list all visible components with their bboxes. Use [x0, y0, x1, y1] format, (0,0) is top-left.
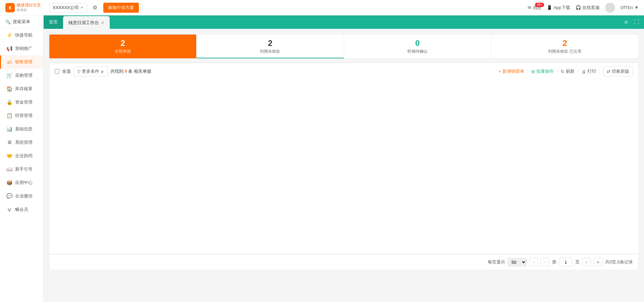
tab-cashflow-label: 钱货日清工作台	[68, 20, 99, 26]
print-label: 打印	[587, 68, 596, 74]
toolbar-left: 全选 ▽ 更多条件 ∨ 共找到 0 条 相关单据	[55, 66, 151, 76]
trial-button[interactable]: 体验行业方案	[103, 3, 139, 13]
tab-bar-actions: ✕ ⛶	[621, 17, 644, 27]
sidebar-icon-guide: 📖	[6, 166, 12, 172]
batch-icon: ⊞	[531, 69, 535, 74]
settings-icon[interactable]: ⚙	[90, 3, 100, 13]
sidebar-icon-inventory: 🏠	[6, 86, 12, 92]
stat-label-all: 全部单据	[55, 49, 191, 54]
filter-label: 更多条件	[82, 68, 99, 74]
brand-name: 畅捷通好生意	[17, 3, 41, 8]
stats-tabs: 2 全部单据 2 到期未收款 0 旺铺待确认 2 到期未收款 已出库	[49, 34, 639, 59]
empty-state	[49, 80, 638, 241]
refresh-icon: ↻	[561, 69, 565, 74]
sidebar-label-operations: 经营管理	[15, 113, 33, 119]
add-icon: +	[498, 69, 501, 74]
sidebar-label-basic-info: 基础信息	[15, 126, 33, 132]
sidebar-item-operations[interactable]: 📋 经营管理	[0, 109, 43, 122]
tab-cashflow[interactable]: 钱货日清工作台 ✕	[63, 16, 110, 29]
sidebar-label-guide: 新手引导	[15, 166, 33, 172]
print-icon: 🖨	[582, 69, 586, 74]
search-icon: 🔍	[5, 19, 11, 24]
sidebar-item-inventory[interactable]: 🏠 库存核算	[0, 82, 43, 96]
sidebar: 🔍 搜索菜单 ⚡ 快捷导航 📢 营销推广 🏷 销售管理 🛒 采购管理 🏠 库存核…	[0, 15, 44, 302]
sidebar-label-finance: 资金管理	[15, 99, 33, 105]
sidebar-label-cooperation: 企业协同	[15, 153, 33, 159]
last-page-button[interactable]: »	[594, 258, 602, 266]
tab-close-icon[interactable]: ✕	[101, 20, 104, 25]
select-all-label: 全选	[62, 68, 71, 74]
message-icon: ✉	[528, 5, 531, 10]
sidebar-item-purchase[interactable]: 🛒 采购管理	[0, 69, 43, 82]
stat-tab-overdue-out[interactable]: 2 到期未收款 已出库	[491, 35, 638, 58]
print-button[interactable]: 🖨 打印	[582, 68, 596, 74]
total-info: 共0页,0条记录	[605, 259, 633, 265]
stat-tab-pending[interactable]: 0 旺铺待确认	[344, 35, 491, 58]
stat-tab-overdue[interactable]: 2 到期未收款	[197, 35, 344, 58]
sidebar-item-cooperation[interactable]: 🤝 企业协同	[0, 149, 43, 163]
switch-icon: ⇄	[607, 69, 610, 74]
select-all-checkbox[interactable]	[55, 69, 59, 74]
service-icon: 🎧	[576, 5, 581, 10]
switch-label: 切换新版	[612, 68, 629, 74]
stat-label-overdue: 到期未收款	[202, 49, 338, 54]
refresh-button[interactable]: ↻ 刷新	[561, 68, 575, 74]
online-service-label: 在线客服	[582, 5, 600, 11]
batch-label: 批量操作	[536, 68, 554, 74]
page-size-label: 每页显示	[488, 259, 505, 265]
found-suffix: 相关单据	[134, 69, 151, 74]
online-service-button[interactable]: 🎧 在线客服	[576, 5, 600, 11]
main-content: 2 全部单据 2 到期未收款 0 旺铺待确认 2 到期未收款 已出库 全选 ▽ …	[44, 29, 644, 302]
logo-area: 6 畅捷通好生意 标准版	[5, 3, 49, 13]
sidebar-search[interactable]: 🔍 搜索菜单	[0, 15, 43, 28]
sidebar-item-app-center[interactable]: 📦 应用中心	[0, 176, 43, 189]
sidebar-item-marketing[interactable]: 📢 营销推广	[0, 42, 43, 55]
user-name[interactable]: OfTEn ▼	[621, 5, 639, 10]
username-text: OfTEn	[621, 5, 633, 10]
stat-num-all: 2	[55, 39, 191, 48]
company-selector[interactable]: XXXXXX公司 ▼	[49, 3, 87, 12]
user-chevron-icon: ▼	[634, 5, 639, 10]
avatar[interactable]	[605, 3, 615, 13]
switch-button[interactable]: ⇄ 切换新版	[603, 66, 633, 76]
top-header: 6 畅捷通好生意 标准版 XXXXXX公司 ▼ ⚙ 体验行业方案 ✉ 消息 99…	[0, 0, 644, 15]
sidebar-item-wechat[interactable]: 💬 企业微信	[0, 189, 43, 203]
app-download-button[interactable]: 📱 App下载	[547, 5, 570, 11]
sidebar-icon-basic-info: 📊	[6, 126, 12, 132]
divider-3	[578, 69, 578, 74]
tab-home[interactable]: 首页	[44, 15, 63, 29]
sidebar-item-basic-info[interactable]: 📊 基础信息	[0, 122, 43, 136]
message-button[interactable]: ✉ 消息 99+	[528, 5, 541, 11]
sidebar-label-app-center: 应用中心	[15, 180, 33, 186]
found-count: 0	[125, 69, 127, 74]
first-page-button[interactable]: «	[529, 258, 538, 266]
stat-label-overdue-out: 到期未收款 已出库	[497, 49, 633, 54]
sidebar-icon-sales: 🏷	[6, 59, 12, 65]
stat-tab-all[interactable]: 2 全部单据	[49, 35, 197, 58]
sidebar-item-guide[interactable]: 📖 新手引导	[0, 163, 43, 176]
sidebar-label-quick-nav: 快捷导航	[15, 32, 33, 38]
add-button[interactable]: + 新增销货单	[498, 68, 524, 74]
logo-icon: 6	[5, 3, 15, 12]
sidebar-icon-purchase: 🛒	[6, 72, 12, 78]
batch-button[interactable]: ⊞ 批量操作	[531, 68, 554, 74]
sidebar-label-wechat: 企业微信	[15, 193, 33, 199]
sidebar-label-marketing: 营销推广	[15, 46, 33, 52]
tab-expand-button[interactable]: ⛶	[632, 17, 641, 27]
filter-button[interactable]: ▽ 更多条件 ∨	[73, 66, 108, 76]
app-download-label: App下载	[553, 5, 570, 11]
next-page-button[interactable]: ›	[582, 258, 591, 266]
sidebar-item-quick-nav[interactable]: ⚡ 快捷导航	[0, 28, 43, 42]
page-suffix: 页	[575, 259, 580, 265]
sidebar-item-system[interactable]: ⚙ 系统管理	[0, 136, 43, 149]
page-size-select[interactable]: 50 10 20 100	[508, 258, 527, 266]
prev-page-button[interactable]: ‹	[541, 258, 549, 266]
page-input[interactable]	[559, 258, 573, 266]
logo-text: 畅捷通好生意 标准版	[17, 3, 41, 13]
sidebar-item-sales[interactable]: 🏷 销售管理	[0, 55, 43, 69]
sidebar-label-purchase: 采购管理	[15, 72, 33, 78]
sidebar-item-member[interactable]: V 畅会员	[0, 203, 43, 216]
sidebar-item-finance[interactable]: 🔒 资金管理	[0, 96, 43, 109]
sidebar-icon-system: ⚙	[6, 139, 12, 145]
tab-close-button[interactable]: ✕	[621, 17, 631, 27]
